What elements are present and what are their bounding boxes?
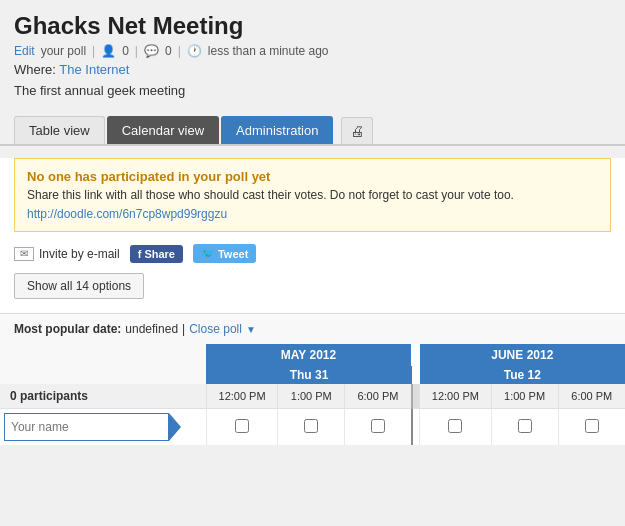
tweet-label: Tweet [218,248,248,260]
checkbox-cell-1 [278,409,345,446]
input-row [0,409,625,446]
time-header-4: 1:00 PM [491,384,558,409]
where-line: Where: The Internet [14,62,611,77]
time-header-5: 6:00 PM [558,384,625,409]
social-area: ✉ Invite by e-mail f Share 🐦 Tweet [14,244,611,263]
poll-table: MAY 2012 JUNE 2012 Thu 31 Tue 12 0 parti… [0,344,625,445]
fb-icon: f [138,248,142,260]
month-divider [412,344,420,366]
notice-title: No one has participated in your poll yet [27,169,598,184]
where-label: Where: [14,62,56,77]
comments-count: 0 [165,44,172,58]
poll-description: The first annual geek meeting [14,83,611,98]
input-arrow-icon [169,413,181,441]
print-button[interactable]: 🖨 [341,117,373,144]
tweet-button[interactable]: 🐦 Tweet [193,244,256,263]
clock-icon: 🕐 [187,44,202,58]
twitter-icon: 🐦 [201,247,215,260]
may-date: Thu 31 [206,366,411,384]
time-header-1: 1:00 PM [278,384,345,409]
invite-label: Invite by e-mail [39,247,120,261]
time-header-2: 6:00 PM [345,384,412,409]
poll-meta: Edit your poll | 👤 0 | 💬 0 | 🕐 less than… [14,44,611,58]
checkbox-1[interactable] [304,419,318,433]
tab-table-view[interactable]: Table view [14,116,105,144]
notice-box: No one has participated in your poll yet… [14,158,611,232]
dropdown-icon: ▼ [246,324,256,335]
participants-row: 0 participants 12:00 PM 1:00 PM 6:00 PM … [0,384,625,409]
header-section: Ghacks Net Meeting Edit your poll | 👤 0 … [0,0,625,108]
time-header-3: 12:00 PM [420,384,491,409]
checkbox-3[interactable] [448,419,462,433]
tab-administration[interactable]: Administration [221,116,333,144]
checkbox-cell-5 [558,409,625,446]
tabs-bar: Table view Calendar view Administration … [0,116,625,146]
email-icon: ✉ [14,247,34,261]
where-link[interactable]: The Internet [59,62,129,77]
show-all-options-button[interactable]: Show all 14 options [14,273,144,299]
june-date: Tue 12 [420,366,625,384]
time-ago: less than a minute ago [208,44,329,58]
notice-text: Share this link with all those who shoul… [27,188,598,202]
poll-grid-section: Most popular date: undefined | Close pol… [0,313,625,445]
close-poll-link[interactable]: Close poll [189,322,242,336]
popular-date-bar: Most popular date: undefined | Close pol… [0,314,625,344]
checkbox-cell-0 [206,409,277,446]
checkbox-0[interactable] [235,419,249,433]
checkbox-2[interactable] [371,419,385,433]
notice-link[interactable]: http://doodle.com/6n7cp8wpd99rggzu [27,207,227,221]
popular-date-value: undefined [125,322,178,336]
time-header-0: 12:00 PM [206,384,277,409]
checkbox-cell-4 [491,409,558,446]
fb-label: Share [144,248,175,260]
participants-icon: 👤 [101,44,116,58]
meta-text-1: your poll [41,44,86,58]
comments-icon: 💬 [144,44,159,58]
main-content: No one has participated in your poll yet… [0,158,625,445]
name-input-wrapper [4,413,206,441]
month-june-header: JUNE 2012 [420,344,625,366]
edit-link[interactable]: Edit [14,44,35,58]
tab-calendar-view[interactable]: Calendar view [107,116,219,144]
participants-label: 0 participants [0,384,206,409]
invite-email-button[interactable]: ✉ Invite by e-mail [14,247,120,261]
date-row: Thu 31 Tue 12 [0,366,625,384]
grid-container: MAY 2012 JUNE 2012 Thu 31 Tue 12 0 parti… [0,344,625,445]
checkbox-5[interactable] [585,419,599,433]
checkbox-4[interactable] [518,419,532,433]
checkbox-cell-3 [420,409,491,446]
poll-title: Ghacks Net Meeting [14,12,611,40]
options-area: Show all 14 options [14,273,611,299]
name-input[interactable] [4,413,169,441]
month-header-row: MAY 2012 JUNE 2012 [0,344,625,366]
checkbox-cell-2 [345,409,412,446]
popular-date-label: Most popular date: [14,322,121,336]
facebook-share-button[interactable]: f Share [130,245,183,263]
page-wrapper: Ghacks Net Meeting Edit your poll | 👤 0 … [0,0,625,445]
name-input-cell [0,409,206,446]
month-may-header: MAY 2012 [206,344,411,366]
participants-count: 0 [122,44,129,58]
